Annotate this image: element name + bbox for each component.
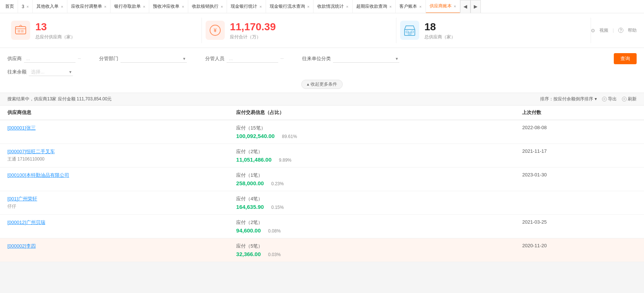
- supplier-link-2[interactable]: [000100]本特勤油品有限公司: [7, 172, 236, 179]
- nav-tab-bank-label: 银行存取款单: [114, 3, 141, 10]
- chevron-up-icon: ▴: [307, 82, 309, 87]
- supplier-link-1[interactable]: [000007]恒旺二手叉车: [7, 148, 236, 155]
- sort-control[interactable]: 排序：按应付余额倒序排序 ▾: [540, 96, 597, 102]
- close-icon[interactable]: ×: [346, 4, 348, 9]
- nav-tab-home[interactable]: 首页: [1, 0, 18, 13]
- export-button[interactable]: ○ 导出: [602, 96, 617, 102]
- tx-percent-5: 0.03%: [268, 252, 281, 257]
- nav-tab-bank[interactable]: 银行存取款单 ×: [111, 0, 149, 13]
- svg-rect-0: [15, 27, 26, 34]
- tx-cell-2: 应付（1笔） 258,000.00 0.23%: [236, 172, 522, 186]
- nav-tab-receipt-stat[interactable]: 收款情况统计 ×: [314, 0, 352, 13]
- nav-arrow-right[interactable]: ▶: [470, 0, 481, 13]
- dept-filter-input[interactable]: [120, 55, 187, 63]
- close-icon[interactable]: ×: [389, 4, 392, 9]
- filter-area: 供应商 ··· 分管部门 ▾ 分管人员 ··· 往来单位分类: [0, 48, 644, 93]
- person-filter-input[interactable]: [227, 55, 278, 63]
- supplier-cell-3: [001]广州荣轩 仔仔: [7, 196, 236, 210]
- close-icon[interactable]: ×: [419, 4, 421, 9]
- supplier-link-4[interactable]: [000012]广州贝瑞: [7, 219, 236, 226]
- supplier-link-5[interactable]: [000002]李四: [7, 243, 236, 249]
- close-icon[interactable]: ×: [259, 4, 262, 9]
- close-icon[interactable]: ×: [221, 4, 223, 9]
- filter-dept: 分管部门 ▾: [99, 55, 187, 63]
- tx-row-2: 258,000.00 0.23%: [236, 180, 522, 186]
- category-filter-input[interactable]: [333, 55, 399, 63]
- summary-bar: 13 总应付供应商（家） ¥ 11,170.39 应付合计（万）: [0, 13, 644, 48]
- nav-tab-cash-stat[interactable]: 现金银行统计 ×: [227, 0, 266, 13]
- supplier-cell-2: [000100]本特勤油品有限公司: [7, 172, 236, 179]
- supplier-filter-label: 供应商: [7, 55, 22, 62]
- nav-tab-ap-adjust[interactable]: 应收应付调整单 ×: [67, 0, 111, 13]
- nav-tab-customer-ledger[interactable]: 客户账本 ×: [396, 0, 426, 13]
- person-filter-dots[interactable]: ···: [280, 56, 283, 61]
- filter-category: 往来单位分类 ▾: [302, 55, 399, 63]
- supplier-sub-1: 王通 17106110000: [7, 156, 236, 162]
- tx-percent-0: 89.61%: [282, 134, 297, 139]
- nav-tab-prepay[interactable]: 预收冲应收单 ×: [149, 0, 188, 13]
- table-row: [000012]广州贝瑞 应付（2笔） 94,600.00 0.08% 2021…: [0, 215, 644, 238]
- tx-title-1: 应付（2笔）: [236, 148, 522, 155]
- tx-row-1: 11,051,486.00 9.89%: [236, 156, 522, 163]
- nav-tab-3-label: 3: [22, 4, 24, 9]
- nav-tab-payment[interactable]: 收款核销执行 ×: [188, 0, 227, 13]
- dept-filter-label: 分管部门: [99, 55, 118, 62]
- collapse-area: ▴ 收起更多条件: [7, 80, 637, 89]
- supplier-filter-dots[interactable]: ···: [78, 56, 81, 61]
- close-icon[interactable]: ×: [104, 4, 106, 9]
- supplier-link-3[interactable]: [001]广州荣轩: [7, 196, 236, 202]
- tx-percent-3: 0.15%: [271, 205, 284, 210]
- close-icon[interactable]: ×: [61, 4, 63, 9]
- balance-filter-input[interactable]: [29, 68, 73, 76]
- tx-amount-2[interactable]: 258,000.00: [236, 180, 264, 186]
- tx-info-2: 应付（1笔） 258,000.00 0.23%: [236, 172, 522, 186]
- summary-card-suppliers: 13 总应付供应商（家）: [7, 18, 202, 43]
- tx-amount-1[interactable]: 11,051,486.00: [236, 156, 272, 163]
- close-icon[interactable]: ×: [307, 4, 309, 9]
- col-header-lastpay: 上次付数: [522, 109, 637, 116]
- tx-amount-4[interactable]: 94,600.00: [236, 227, 261, 234]
- help-link[interactable]: 帮助: [628, 27, 637, 34]
- nav-tab-home-label: 首页: [5, 3, 14, 10]
- summary-help-links: ⊙ 视频 | ? 帮助: [591, 27, 637, 34]
- nav-tab-receipt-stat-label: 收款情况统计: [317, 3, 344, 10]
- nav-tab-overdue[interactable]: 超期应收款查询 ×: [353, 0, 396, 13]
- collapse-label: 收起更多条件: [311, 81, 337, 87]
- close-icon[interactable]: ×: [182, 4, 184, 9]
- supplier-link-0[interactable]: [000001]张三: [7, 125, 236, 131]
- lastpay-cell-2: 2023-01-30: [522, 172, 637, 177]
- tx-info-1: 应付（2笔） 11,051,486.00 9.89%: [236, 148, 522, 163]
- total-suppliers-label: 总供应商（家）: [424, 34, 455, 40]
- tx-row-4: 94,600.00 0.08%: [236, 227, 522, 234]
- tx-amount-0[interactable]: 100,092,540.00: [236, 133, 274, 139]
- nav-tab-payment-label: 收款核销执行: [192, 3, 218, 10]
- tx-percent-4: 0.08%: [268, 228, 281, 234]
- query-button[interactable]: 查询: [614, 53, 637, 64]
- tx-amount-3[interactable]: 164,635.90: [236, 204, 264, 210]
- close-icon[interactable]: ×: [454, 4, 456, 8]
- supplier-filter-input[interactable]: [24, 55, 76, 63]
- tx-info-3: 应付（4笔） 164,635.90 0.15%: [236, 196, 522, 210]
- close-icon[interactable]: ×: [143, 4, 145, 9]
- category-select-wrap: ▾: [333, 55, 399, 63]
- tx-cell-5: 应付（5笔） 32,366.00 0.03%: [236, 243, 522, 257]
- close-icon[interactable]: ×: [27, 4, 29, 9]
- video-link[interactable]: 视频: [599, 27, 608, 34]
- person-filter-label: 分管人员: [205, 55, 224, 62]
- nav-tab-supplier-ledger[interactable]: 供应商账本 ×: [426, 0, 460, 13]
- nav-tab-other-income[interactable]: 其他收入单 ×: [33, 0, 67, 13]
- data-table: 供应商信息 应付交易信息（占比） 上次付数 [000001]张三 应付（15笔）…: [0, 106, 644, 262]
- video-icon: ⊙: [591, 28, 595, 33]
- refresh-button[interactable]: ○ 刷新: [622, 96, 637, 102]
- category-filter-label: 往来单位分类: [302, 55, 331, 62]
- tx-row-3: 164,635.90 0.15%: [236, 204, 522, 210]
- collapse-button[interactable]: ▴ 收起更多条件: [301, 80, 343, 89]
- lastpay-cell-1: 2021-11-17: [522, 148, 637, 154]
- tx-amount-5[interactable]: 32,366.00: [236, 251, 261, 257]
- tx-row-5: 32,366.00 0.03%: [236, 251, 522, 257]
- nav-arrow-left[interactable]: ◀: [460, 0, 470, 13]
- nav-tab-customer-ledger-label: 客户账本: [399, 3, 417, 10]
- nav-tab-cash-flow[interactable]: 现金银行流水查询 ×: [266, 0, 314, 13]
- nav-tab-3[interactable]: 3 ×: [18, 0, 33, 13]
- sort-label: 排序：按应付余额倒序排序: [540, 96, 593, 102]
